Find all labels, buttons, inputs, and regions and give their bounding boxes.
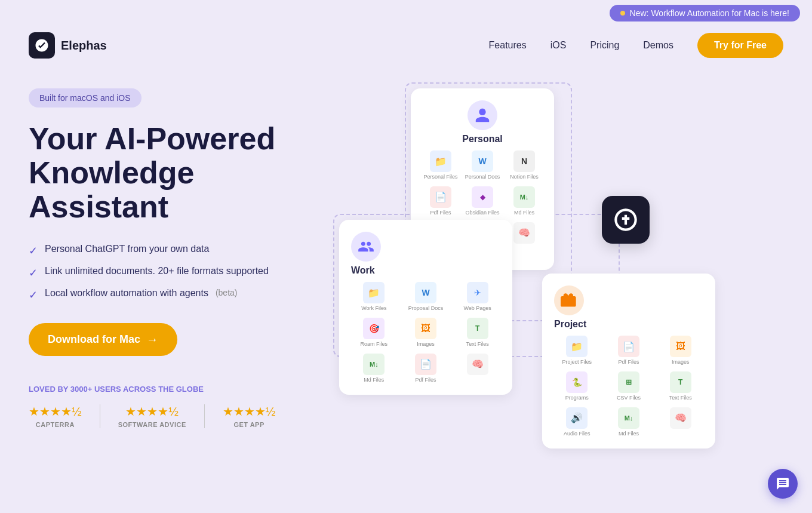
work-file-2: W Proposal Docs	[403, 282, 449, 312]
file-icon-work-md: M↓	[363, 354, 385, 375]
software-advice-stars: ★★★★½	[125, 404, 179, 419]
loved-by-suffix: ACROSS THE GLOBE	[121, 385, 204, 394]
work-file-5: 🖼 Images	[403, 318, 449, 348]
file-icon-project-md: M↓	[618, 407, 639, 429]
announcement-text: New: Workflow Automation for Mac is here…	[630, 8, 789, 18]
project-card-label: Project	[554, 319, 586, 329]
loved-by-text: LOVED BY 3000+ USERS ACROSS THE GLOBE	[29, 385, 339, 394]
nav-link-features[interactable]: Features	[489, 40, 527, 51]
elephas-icon-svg	[611, 205, 641, 235]
nav-logo-text: Elephas	[61, 39, 107, 53]
work-file-7: M↓ Md Files	[351, 354, 397, 383]
file-label-web: Web Pages	[463, 305, 491, 312]
work-file-1: 📁 Work Files	[351, 282, 397, 312]
file-icon-roam: 🎯	[363, 318, 385, 339]
file-label-proposal: Proposal Docs	[408, 305, 444, 312]
personal-file-3: N Notion Files	[506, 150, 542, 180]
file-label-work-md: Md Files	[364, 377, 384, 383]
try-for-free-button[interactable]: Try for Free	[697, 33, 783, 58]
hero-features-list: ✓ Personal ChatGPT from your own data ✓ …	[29, 244, 339, 302]
nav-link-demos[interactable]: Demos	[643, 40, 673, 51]
project-card: Project 📁 Project Files 📄 Pdf Files 🖼 Im…	[542, 274, 715, 449]
file-label-programs: Programs	[565, 395, 589, 401]
rating-get-app: ★★★★½ GET APP	[223, 404, 294, 428]
chat-bubble-button[interactable]	[768, 469, 798, 499]
project-svg	[561, 292, 577, 309]
navbar: Elephas Features iOS Pricing Demos Try f…	[0, 26, 812, 64]
elephas-app-icon	[602, 196, 650, 244]
download-button-label: Download for Mac	[48, 333, 140, 346]
file-icon-word: W	[472, 150, 493, 172]
file-icon-programs: 🐍	[566, 371, 588, 393]
file-label-project-pdf: Pdf Files	[618, 359, 639, 365]
work-svg	[358, 238, 374, 255]
file-label-work-pdf: Pdf Files	[415, 377, 436, 383]
work-card-header: Work	[351, 232, 500, 276]
file-label-notion: Notion Files	[510, 174, 539, 180]
feature-item-2: ✓ Link unlimited documents. 20+ file for…	[29, 266, 339, 279]
nav-links: Features iOS Pricing Demos Try for Free	[489, 33, 783, 58]
person-svg	[474, 107, 491, 124]
project-file-9: 🧠	[657, 407, 703, 437]
work-icon	[351, 232, 381, 262]
file-label-pdf: Pdf Files	[430, 210, 451, 216]
beta-badge: (beta)	[216, 288, 238, 297]
file-label-text: Text Files	[466, 341, 489, 348]
download-button[interactable]: Download for Mac →	[29, 323, 177, 356]
nav-link-ios[interactable]: iOS	[550, 40, 567, 51]
file-label-csv: CSV Files	[617, 395, 641, 401]
download-arrow-icon: →	[146, 333, 158, 346]
file-icon-pdf: 📄	[430, 186, 451, 208]
work-file-8: 📄 Pdf Files	[403, 354, 449, 383]
file-icon-brain: 🧠	[513, 222, 535, 244]
logo-icon	[29, 32, 55, 59]
file-icon-brain-project: 🧠	[670, 407, 691, 429]
file-icon-web: ✈	[467, 282, 488, 303]
project-file-6: T Text Files	[657, 371, 703, 401]
work-file-3: ✈ Web Pages	[454, 282, 500, 312]
nav-logo[interactable]: Elephas	[29, 32, 107, 59]
personal-card-label: Personal	[462, 134, 503, 145]
file-icon-project-files: 📁	[566, 336, 588, 357]
file-icon-project-text: T	[670, 371, 691, 393]
nav-link-pricing[interactable]: Pricing	[590, 40, 619, 51]
work-file-4: 🎯 Roam Files	[351, 318, 397, 348]
rating-capterra: ★★★★½ CAPTERRA	[29, 404, 100, 428]
hero-title-line2: Knowledge Assistant	[29, 155, 194, 224]
project-files-grid: 📁 Project Files 📄 Pdf Files 🖼 Images 🐍 P…	[554, 336, 703, 437]
feature-item-3: ✓ Local workflow automation with agents …	[29, 288, 339, 302]
file-icon-text: T	[467, 318, 488, 339]
file-icon-project-pdf: 📄	[618, 336, 639, 357]
announcement-pill[interactable]: New: Workflow Automation for Mac is here…	[610, 5, 800, 21]
file-icon-work-pdf: 📄	[415, 354, 436, 375]
file-icon-brain-work: 🧠	[467, 354, 488, 375]
file-label-md: Md Files	[514, 210, 534, 216]
check-icon-2: ✓	[29, 266, 38, 279]
work-card-label: Work	[351, 265, 375, 275]
work-card: Work 📁 Work Files W Proposal Docs ✈ Web …	[339, 220, 512, 395]
file-label-work-images: Images	[417, 341, 435, 348]
personal-file-1: 📁 Personal Files	[423, 150, 459, 180]
project-file-1: 📁 Project Files	[554, 336, 600, 365]
feature-item-1: ✓ Personal ChatGPT from your own data	[29, 244, 339, 257]
check-icon-3: ✓	[29, 288, 38, 302]
file-label-project-md: Md Files	[619, 431, 639, 437]
file-label-project-images: Images	[672, 359, 690, 365]
personal-file-2: W Personal Docs	[465, 150, 500, 180]
hero-title: Your AI-Powered Knowledge Assistant	[29, 122, 339, 225]
file-label-obsidian: Obsidian Files	[465, 210, 499, 216]
personal-file-4: 📄 Pdf Files	[423, 186, 459, 216]
personal-card-header: Personal	[423, 100, 542, 145]
file-icon-obsidian: ◆	[472, 186, 493, 208]
project-file-4: 🐍 Programs	[554, 371, 600, 401]
loved-by-count: 3000+ USERS	[70, 385, 121, 394]
get-app-label: GET APP	[233, 421, 264, 428]
get-app-stars: ★★★★½	[223, 404, 276, 419]
hero-title-line1: Your AI-Powered	[29, 121, 275, 156]
hero-section: Built for macOS and iOS Your AI-Powered …	[0, 64, 812, 428]
announcement-bar: New: Workflow Automation for Mac is here…	[0, 0, 812, 26]
file-icon-proposal: W	[415, 282, 436, 303]
work-file-6: T Text Files	[454, 318, 500, 348]
built-badge: Built for macOS and iOS	[29, 88, 142, 107]
capterra-stars: ★★★★½	[29, 404, 82, 419]
